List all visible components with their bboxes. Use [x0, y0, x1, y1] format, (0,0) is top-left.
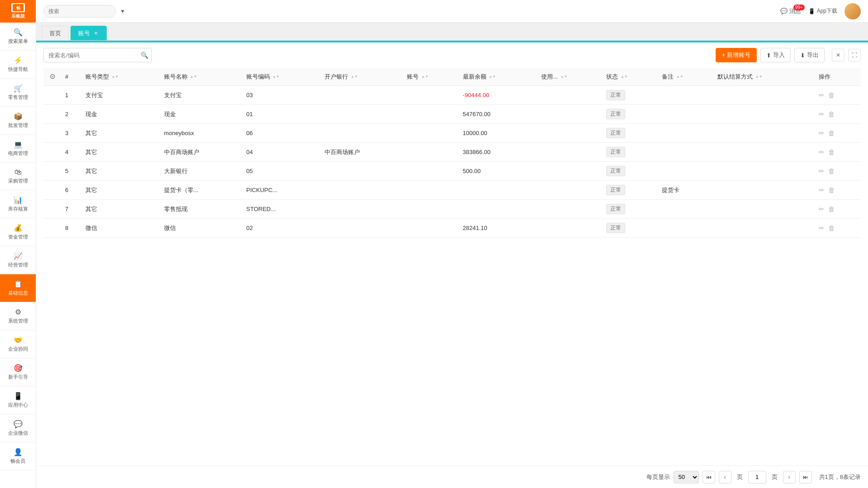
cell-default-payment: [714, 181, 815, 200]
table-row: 8 微信 微信 02 28241.10 正常 ✏ 🗑: [43, 219, 861, 238]
col-status-sort[interactable]: ▲▼: [621, 75, 628, 79]
delete-icon[interactable]: 🗑: [828, 224, 835, 232]
delete-icon[interactable]: 🗑: [828, 91, 835, 99]
delete-icon[interactable]: 🗑: [828, 148, 835, 156]
sidebar-item-guide[interactable]: 🎯 新手引导: [0, 358, 36, 386]
delete-icon[interactable]: 🗑: [828, 129, 835, 137]
sidebar-item-inventory[interactable]: 📊 库存核算: [0, 190, 36, 218]
sidebar-item-search[interactable]: 🔍 搜索菜单: [0, 23, 36, 51]
col-code-sort[interactable]: ▲▼: [272, 75, 279, 79]
sidebar-item-member[interactable]: 👤 畅会员: [0, 442, 36, 470]
app-center-icon: 📱: [14, 392, 23, 400]
delete-icon[interactable]: 🗑: [828, 186, 835, 194]
sidebar-item-purchase[interactable]: 🛍 采购管理: [0, 163, 36, 190]
tab-account[interactable]: 账号 ✕: [71, 26, 107, 40]
retail-icon: 🛒: [14, 84, 23, 93]
cell-account-no: [403, 162, 459, 181]
status-badge: 正常: [606, 185, 625, 195]
tab-home[interactable]: 首页: [42, 26, 69, 40]
col-code: 账号编码 ▲▼: [243, 68, 321, 86]
top-search-input[interactable]: [43, 5, 116, 18]
sidebar-item-quick-nav[interactable]: ⚡ 快捷导航: [0, 51, 36, 79]
export-button[interactable]: ⬇ 导出: [794, 48, 825, 62]
col-action: 操作: [815, 68, 861, 86]
sidebar-item-contract[interactable]: 🤝 企业协同: [0, 330, 36, 358]
sidebar-item-retail[interactable]: 🛒 零售管理: [0, 79, 36, 107]
account-search-input[interactable]: [43, 48, 152, 62]
message-badge: 99+: [793, 5, 805, 10]
sidebar-item-system[interactable]: ⚙ 系统管理: [0, 302, 36, 330]
import-button[interactable]: ⬆ 导入: [760, 48, 791, 62]
sidebar-item-ecommerce[interactable]: 💻 电商管理: [0, 135, 36, 163]
edit-icon[interactable]: ✏: [819, 205, 825, 213]
cell-settings: [43, 219, 61, 238]
cell-settings: [43, 200, 61, 219]
col-remark-sort[interactable]: ▲▼: [676, 75, 684, 79]
sidebar-item-finance[interactable]: 💰 资金管理: [0, 218, 36, 246]
col-settings: ⚙: [43, 68, 61, 86]
last-page-button[interactable]: ⏭: [799, 471, 812, 483]
sidebar-label-ecommerce: 电商管理: [8, 150, 28, 157]
delete-icon[interactable]: 🗑: [828, 205, 835, 213]
sidebar-item-wechat[interactable]: 💬 企业微信: [0, 414, 36, 442]
col-type: 账号类型 ▲▼: [82, 68, 160, 86]
close-window-button[interactable]: ✕: [832, 49, 844, 61]
cell-action: ✏ 🗑: [815, 200, 861, 219]
edit-icon[interactable]: ✏: [819, 148, 825, 156]
edit-icon[interactable]: ✏: [819, 224, 825, 232]
action-buttons: + 新增账号 ⬆ 导入 ⬇ 导出 ✕ ⛶: [716, 48, 861, 62]
user-avatar[interactable]: [844, 3, 861, 19]
sidebar-item-wholesale[interactable]: 📦 批发管理: [0, 107, 36, 135]
col-name-sort[interactable]: ▲▼: [190, 75, 197, 79]
page-number-input[interactable]: [748, 471, 766, 483]
message-button[interactable]: 💬 消息 99+: [780, 7, 801, 15]
edit-icon[interactable]: ✏: [819, 186, 825, 194]
cell-status: 正常: [603, 124, 658, 143]
col-usage-sort[interactable]: ▲▼: [560, 75, 567, 79]
sidebar-item-basic[interactable]: 📋 基础信息: [0, 274, 36, 302]
status-badge: 正常: [606, 90, 625, 100]
settings-col-icon[interactable]: ⚙: [49, 73, 56, 80]
cell-usage: [538, 143, 603, 162]
cell-status: 正常: [603, 162, 658, 181]
col-status-label: 状态: [606, 73, 618, 80]
cell-no: 2: [61, 105, 82, 124]
page-label: 页: [737, 473, 743, 481]
account-table: ⚙ # 账号类型 ▲▼ 账号名称 ▲▼ 账号编码 ▲: [43, 68, 861, 238]
col-type-sort[interactable]: ▲▼: [112, 75, 119, 79]
cell-code: 05: [243, 162, 321, 181]
app-download-label: App下载: [817, 7, 837, 15]
edit-icon[interactable]: ✏: [819, 110, 825, 118]
sidebar-label-guide: 新手引导: [8, 374, 28, 380]
expand-window-button[interactable]: ⛶: [848, 49, 861, 61]
col-account-no-sort[interactable]: ▲▼: [421, 75, 429, 79]
cell-code: PICKUPC...: [243, 181, 321, 200]
col-balance-sort[interactable]: ▲▼: [489, 75, 496, 79]
edit-icon[interactable]: ✏: [819, 129, 825, 137]
app-download-button[interactable]: 📱 App下载: [808, 7, 837, 15]
edit-icon[interactable]: ✏: [819, 167, 825, 175]
dropdown-button[interactable]: ▾: [121, 8, 124, 14]
cell-account-no: [403, 219, 459, 238]
next-page-button[interactable]: ›: [783, 471, 796, 483]
first-page-button[interactable]: ⏮: [703, 471, 715, 483]
search-submit-icon[interactable]: 🔍: [141, 52, 148, 59]
delete-icon[interactable]: 🗑: [828, 167, 835, 175]
search-nav-icon: 🔍: [14, 28, 23, 37]
cell-no: 7: [61, 200, 82, 219]
delete-icon[interactable]: 🗑: [828, 110, 835, 118]
sidebar-item-operation[interactable]: 📈 经营管理: [0, 246, 36, 274]
prev-page-button[interactable]: ‹: [719, 471, 731, 483]
cell-status: 正常: [603, 181, 658, 200]
cell-balance: -90444.00: [459, 86, 538, 105]
cell-account-no: [403, 200, 459, 219]
tab-close-icon[interactable]: ✕: [93, 30, 99, 37]
per-page-select[interactable]: 50 20 100: [674, 471, 699, 483]
add-account-button[interactable]: + 新增账号: [716, 48, 757, 62]
cell-name: 现金: [160, 105, 243, 124]
col-default-payment-sort[interactable]: ▲▼: [755, 75, 763, 79]
edit-icon[interactable]: ✏: [819, 91, 825, 99]
sidebar-item-app-center[interactable]: 📱 应用中心: [0, 386, 36, 414]
row-action-icons: ✏ 🗑: [819, 205, 857, 213]
col-bank-sort[interactable]: ▲▼: [351, 75, 358, 79]
